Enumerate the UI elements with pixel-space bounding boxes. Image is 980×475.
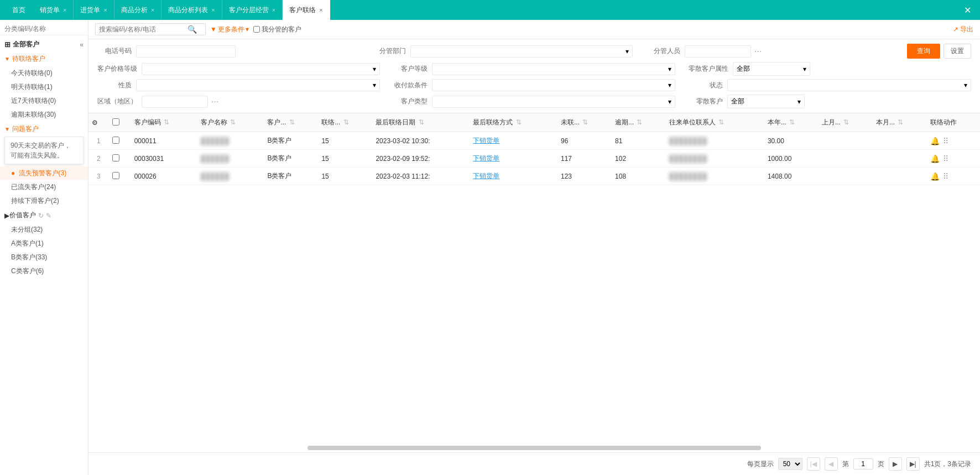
sort-icon[interactable]: ⇅: [582, 118, 588, 126]
row-num-3: 3: [88, 168, 109, 185]
sort-icon[interactable]: ⇅: [718, 118, 724, 126]
row-checkbox[interactable]: [112, 172, 119, 179]
filter-price-level-select[interactable]: ▾: [142, 63, 380, 75]
edit-icon[interactable]: ✎: [46, 212, 51, 220]
refresh-icon[interactable]: ↻: [38, 212, 44, 220]
sidebar-item-classC[interactable]: C类客户(6): [0, 264, 88, 278]
my-customers-checkbox[interactable]: [253, 26, 260, 33]
sidebar-item-classA[interactable]: A类客户(1): [0, 237, 88, 250]
close-icon[interactable]: ×: [211, 7, 215, 13]
row-liaison-1: ████████: [666, 132, 764, 150]
sidebar-root-label[interactable]: ⊞ 全部客户 «: [0, 35, 88, 51]
dots-icon[interactable]: ···: [208, 97, 222, 106]
tab-customer-contact[interactable]: 客户联络 ×: [283, 0, 330, 20]
row-last-method-3[interactable]: 下销货单: [470, 168, 557, 185]
page-number-input[interactable]: [853, 458, 873, 469]
sort-icon[interactable]: ⇅: [343, 118, 349, 126]
row-checkbox-1[interactable]: [109, 132, 131, 150]
contact-icon[interactable]: 🔔: [930, 154, 940, 163]
tab-home[interactable]: 首页: [4, 0, 33, 20]
sort-icon[interactable]: ⇅: [637, 118, 642, 126]
filter-more-button[interactable]: ▼ 更多条件 ▾: [210, 25, 249, 34]
sort-icon[interactable]: ⇅: [843, 118, 849, 126]
next-page-button[interactable]: ▶: [889, 457, 902, 471]
sort-icon[interactable]: ⇅: [516, 118, 522, 126]
filter-customer-type-select[interactable]: ▾: [432, 96, 676, 108]
close-icon[interactable]: ×: [272, 7, 275, 13]
first-page-button[interactable]: |◀: [807, 457, 820, 471]
sidebar-group-value-title[interactable]: ▶ 价值客户 ↻ ✎: [0, 208, 88, 223]
last-page-button[interactable]: ▶|: [906, 457, 920, 471]
close-icon[interactable]: ×: [151, 7, 154, 13]
sort-icon[interactable]: ⇅: [289, 118, 295, 126]
row-last-method-1[interactable]: 下销货单: [470, 132, 557, 150]
filter-payment-select[interactable]: ▾: [432, 79, 676, 91]
search-input[interactable]: [99, 25, 187, 33]
tab-sales-order[interactable]: 销货单 ×: [33, 0, 74, 20]
row-this-year-2: 1000.00: [764, 150, 819, 168]
row-overdue-1: 81: [612, 132, 666, 150]
row-checkbox-3[interactable]: [109, 168, 131, 185]
export-button[interactable]: ↗ 导出: [953, 25, 973, 34]
filter-dept-select[interactable]: ▾: [410, 45, 633, 58]
export-icon: ↗: [953, 25, 958, 33]
filter-person-input[interactable]: [685, 45, 751, 58]
sort-icon[interactable]: ⇅: [230, 118, 236, 126]
page-size-select[interactable]: 50: [778, 458, 802, 470]
sidebar-item-churned[interactable]: 已流失客户(24): [0, 180, 88, 194]
close-all-button[interactable]: ✕: [960, 5, 976, 15]
sidebar-item-classB[interactable]: B类客户(33): [0, 250, 88, 264]
filter-nature-select[interactable]: ▾: [136, 79, 380, 91]
contact-icon[interactable]: 🔔: [930, 172, 940, 181]
sidebar-group-problem-title[interactable]: ▼ 问题客户: [0, 122, 88, 137]
row-checkbox-2[interactable]: [109, 150, 131, 168]
sidebar-item-ungraded[interactable]: 未分组(32): [0, 223, 88, 237]
dots-icon[interactable]: ···: [751, 47, 765, 56]
tab-product-analysis[interactable]: 商品分析 ×: [114, 0, 161, 20]
search-icon[interactable]: 🔍: [187, 25, 197, 34]
more-icon[interactable]: ⠿: [943, 172, 948, 181]
sidebar-group-pending-title[interactable]: ▼ 待联络客户: [0, 51, 88, 66]
sidebar-item-tomorrow[interactable]: 明天待联络(1): [0, 80, 88, 94]
close-icon[interactable]: ×: [103, 7, 107, 13]
th-settings[interactable]: ⚙: [88, 113, 109, 132]
sidebar-item-today[interactable]: 今天待联络(0): [0, 66, 88, 80]
row-checkbox[interactable]: [112, 137, 119, 144]
collapse-icon[interactable]: «: [80, 41, 84, 49]
sort-icon[interactable]: ⇅: [898, 118, 903, 126]
sidebar-item-7days[interactable]: 近7天待联络(0): [0, 94, 88, 108]
filter-retail-attr-select[interactable]: 全部 ▾: [733, 62, 810, 76]
sidebar-item-churn-warning[interactable]: ● 流失预警客户(3): [0, 166, 88, 180]
close-icon[interactable]: ×: [319, 7, 322, 13]
sort-icon[interactable]: ⇅: [164, 118, 169, 126]
filter-status-select[interactable]: ▾: [727, 79, 971, 91]
th-checkbox[interactable]: [109, 113, 131, 132]
filter-region-input[interactable]: [142, 96, 208, 108]
settings-button[interactable]: 设置: [943, 44, 971, 59]
filter-customer-level-select[interactable]: ▾: [432, 63, 676, 75]
row-this-month-3: [873, 168, 927, 185]
tab-product-analysis-list[interactable]: 商品分析列表 ×: [161, 0, 222, 20]
horizontal-scrollbar[interactable]: [88, 443, 980, 452]
query-button[interactable]: 查询: [907, 44, 940, 59]
more-icon[interactable]: ⠿: [943, 154, 948, 163]
filter-phone-input[interactable]: [136, 45, 236, 58]
tab-purchase-order[interactable]: 进货单 ×: [74, 0, 114, 20]
sidebar-item-overdue[interactable]: 逾期未联络(30): [0, 108, 88, 122]
prev-page-button[interactable]: ◀: [825, 457, 838, 471]
sidebar-search-input[interactable]: [4, 25, 87, 33]
toolbar: 🔍 ▼ 更多条件 ▾ 我分管的客户 ↗ 导出: [88, 20, 980, 39]
contact-icon[interactable]: 🔔: [930, 137, 940, 145]
sort-icon[interactable]: ⇅: [789, 118, 795, 126]
tab-customer-tiered[interactable]: 客户分层经营 ×: [222, 0, 283, 20]
close-icon[interactable]: ×: [63, 7, 66, 13]
sort-icon[interactable]: ⇅: [419, 118, 424, 126]
filter-retail-customer-select[interactable]: 全部 ▾: [727, 95, 805, 108]
select-all-checkbox[interactable]: [112, 118, 119, 126]
row-last-method-2[interactable]: 下销货单: [470, 150, 557, 168]
more-icon[interactable]: ⠿: [943, 137, 948, 145]
scrollbar-thumb[interactable]: [307, 446, 761, 450]
scrollbar-track[interactable]: [307, 446, 761, 450]
row-checkbox[interactable]: [112, 154, 119, 161]
sidebar-item-declining[interactable]: 持续下滑客户(2): [0, 194, 88, 208]
